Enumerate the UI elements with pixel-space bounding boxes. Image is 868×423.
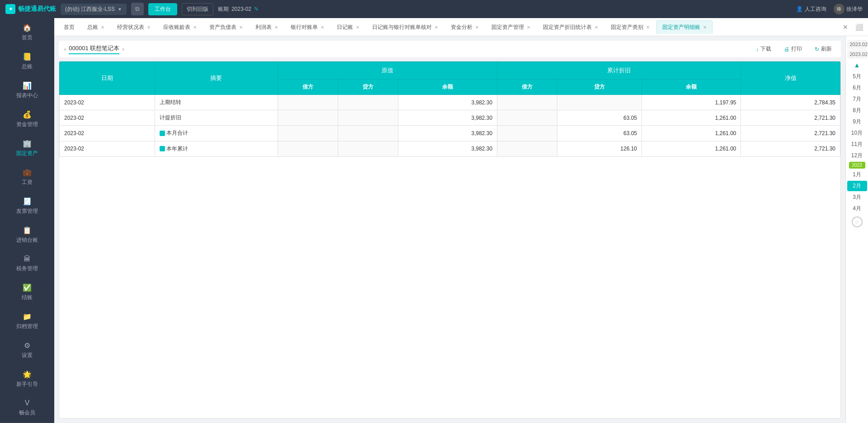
- vip-icon: V: [25, 399, 30, 407]
- sidebar-item-funds[interactable]: 💰 资金管理: [0, 105, 54, 134]
- workbench-button[interactable]: 工作台: [148, 3, 177, 15]
- month-1[interactable]: 1月: [847, 169, 867, 180]
- table-row: 2023-02 本月合计 3,982.30: [60, 126, 840, 141]
- main-layout: 🏠 首页 📒 总账 📊 报表中心 💰 资金管理 🏢 固定资产 💼 工资 🧾 发票…: [0, 18, 868, 423]
- sidebar-item-invoice[interactable]: 🧾 发票管理: [0, 192, 54, 221]
- period-value: 2023-02: [231, 6, 251, 12]
- download-button[interactable]: ↓ 下载: [752, 43, 775, 55]
- consultant-label: 人工咨询: [805, 5, 826, 13]
- month-8[interactable]: 8月: [847, 105, 867, 116]
- company-selector[interactable]: (勿动) 江西服业-LSS ▼: [61, 4, 127, 15]
- sidebar-item-settings[interactable]: ⚙ 设置: [0, 336, 54, 365]
- avatar: 徐: [834, 4, 844, 14]
- switch-version-button[interactable]: 切到旧版: [182, 3, 213, 15]
- table-row: 2023-02 本年累计 3,982.30: [60, 141, 840, 157]
- tab-bank-verify[interactable]: 日记账与银行对账单核对 ✕: [366, 20, 444, 34]
- sidebar-label-reports: 报表中心: [16, 92, 38, 99]
- month-7[interactable]: 7月: [847, 94, 867, 104]
- refresh-button[interactable]: ↻ 刷新: [811, 43, 835, 55]
- sidebar-item-salary[interactable]: 💼 工资: [0, 163, 54, 192]
- tab-receivable[interactable]: 应收账龄表 ✕: [157, 20, 203, 34]
- tab-bank-verify-close[interactable]: ✕: [434, 25, 438, 30]
- sidebar-item-guide[interactable]: 🌟 新手引导: [0, 365, 54, 394]
- sidebar-label-tax: 税务管理: [16, 265, 38, 273]
- th-yuanzhi-credit: 贷方: [338, 80, 398, 95]
- tab-fund-analysis[interactable]: 资金分析 ✕: [445, 20, 485, 34]
- sidebar-item-home[interactable]: 🏠 首页: [0, 18, 54, 47]
- tab-depreciation-table-label: 固定资产折旧统计表: [543, 24, 592, 31]
- month-11[interactable]: 11月: [847, 139, 867, 150]
- tab-fixed-detail[interactable]: 固定资产明细账 ✕: [656, 20, 712, 34]
- tab-management-close[interactable]: ✕: [147, 25, 151, 30]
- sidebar-item-tax[interactable]: 🏛 税务管理: [0, 249, 54, 278]
- cell-lj-debit-2: [497, 110, 557, 126]
- sidebar-item-ledger[interactable]: 📒 总账: [0, 47, 54, 76]
- tab-receivable-close[interactable]: ✕: [193, 25, 197, 30]
- tab-maximize-button[interactable]: ⬜: [854, 22, 864, 33]
- tab-fixed-mgmt[interactable]: 固定资产管理 ✕: [486, 20, 536, 34]
- sidebar-item-reports[interactable]: 📊 报表中心: [0, 76, 54, 105]
- asset-prev-button[interactable]: ‹: [64, 46, 66, 52]
- right-panel: 2023.02 2023.02 ▲ 5月 6月 7月 8月 9月 10月 11月…: [845, 36, 868, 423]
- month-2[interactable]: 2月: [847, 181, 867, 191]
- sidebar-label-salary: 工资: [22, 179, 33, 186]
- company-name: (勿动) 江西服业-LSS: [65, 5, 115, 13]
- tab-fixed-detail-close[interactable]: ✕: [703, 25, 707, 30]
- asset-next-button[interactable]: ›: [122, 46, 124, 52]
- month-12[interactable]: 12月: [847, 150, 867, 161]
- right-panel-year-2[interactable]: 2023.02: [847, 50, 867, 59]
- cell-yz-credit-1: [338, 95, 398, 110]
- print-button[interactable]: 🖨 打印: [780, 43, 806, 55]
- tab-bank-statement-close[interactable]: ✕: [321, 25, 324, 30]
- tab-bank-statement-label: 银行对账单: [291, 24, 318, 31]
- tab-close-all-button[interactable]: ✕: [840, 22, 851, 33]
- tab-fund-analysis-close[interactable]: ✕: [475, 25, 479, 30]
- tab-ledger-close[interactable]: ✕: [101, 25, 104, 30]
- sidebar-item-archive[interactable]: 📁 归档管理: [0, 307, 54, 336]
- home-icon: 🏠: [23, 24, 32, 32]
- cell-yz-balance-2: 3,982.30: [398, 110, 497, 126]
- tab-balance-sheet[interactable]: 资产负债表 ✕: [203, 20, 249, 34]
- tab-depreciation-table-close[interactable]: ✕: [594, 25, 598, 30]
- sidebar-label-guide: 新手引导: [16, 381, 38, 388]
- cell-yz-balance-1: 3,982.30: [398, 95, 497, 110]
- tab-home[interactable]: 首页: [58, 20, 80, 34]
- month-6[interactable]: 6月: [847, 83, 867, 93]
- cell-date-4: 2023-02: [60, 141, 155, 157]
- user-menu[interactable]: 徐 徐泽华: [834, 4, 863, 14]
- tab-ledger[interactable]: 总账 ✕: [81, 20, 110, 34]
- sidebar-label-purchase-sales: 进销台账: [16, 236, 38, 244]
- tab-fixed-category[interactable]: 固定资产类别 ✕: [605, 20, 656, 34]
- tab-balance-sheet-close[interactable]: ✕: [239, 25, 243, 30]
- copy-button[interactable]: ⧉: [131, 3, 144, 15]
- table-container: 日期 摘要 原值 累计折旧 净值 借方 贷方 余额 借方: [59, 61, 841, 418]
- month-10[interactable]: 10月: [847, 128, 867, 138]
- period-edit-icon[interactable]: ✎: [254, 6, 259, 12]
- tab-fixed-category-close[interactable]: ✕: [646, 25, 650, 30]
- sidebar-label-settings: 设置: [22, 352, 33, 359]
- tab-journal-label: 日记账: [337, 24, 353, 31]
- tab-journal[interactable]: 日记账 ✕: [331, 20, 365, 34]
- month-5[interactable]: 5月: [847, 71, 867, 82]
- month-4[interactable]: 4月: [847, 203, 867, 214]
- asset-nav: ‹ 000001 联想笔记本 › ↓ 下载 🖨 打印 ↻: [59, 41, 841, 57]
- scroll-up-button[interactable]: ▲: [852, 60, 862, 70]
- tab-profit[interactable]: 利润表 ✕: [250, 20, 284, 34]
- funds-icon: 💰: [23, 110, 32, 119]
- month-3[interactable]: 3月: [847, 192, 867, 202]
- sidebar-item-vip[interactable]: V 畅会员: [0, 394, 54, 422]
- scroll-down-button[interactable]: ○: [852, 216, 863, 227]
- consultant-button[interactable]: 👤 人工咨询: [796, 5, 826, 13]
- tab-fixed-mgmt-close[interactable]: ✕: [527, 25, 530, 30]
- month-9[interactable]: 9月: [847, 117, 867, 127]
- tab-journal-close[interactable]: ✕: [356, 25, 359, 30]
- tab-profit-close[interactable]: ✕: [274, 25, 278, 30]
- sidebar-item-purchase-sales[interactable]: 📋 进销台账: [0, 221, 54, 249]
- tab-fund-analysis-label: 资金分析: [451, 24, 472, 31]
- tab-depreciation-table[interactable]: 固定资产折旧统计表 ✕: [537, 20, 604, 34]
- sidebar-item-settlement[interactable]: ✅ 结账: [0, 278, 54, 307]
- tab-bank-statement[interactable]: 银行对账单 ✕: [285, 20, 330, 34]
- tab-management[interactable]: 经营状况表 ✕: [111, 20, 156, 34]
- sidebar-item-fixed-assets[interactable]: 🏢 固定资产: [0, 134, 54, 163]
- right-panel-year-top[interactable]: 2023.02: [847, 40, 867, 49]
